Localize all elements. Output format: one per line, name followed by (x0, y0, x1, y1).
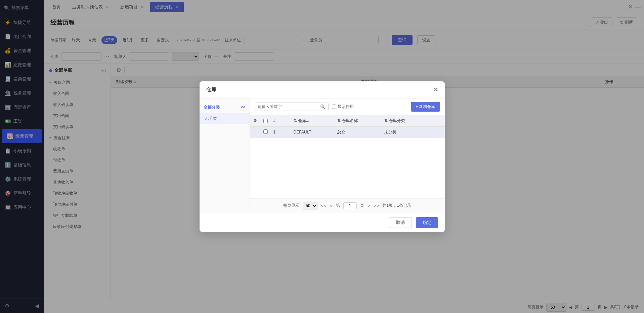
th-warehouse-category: ⇅ 仓库分类 (384, 118, 441, 124)
modal-search-icon: 🔍 (320, 104, 326, 109)
row-checkbox[interactable] (263, 129, 273, 135)
row-warehouse-category: 未分类 (384, 129, 441, 135)
modal-sidebar-header: 全部分类 << (200, 102, 250, 113)
next-page-btn[interactable]: > (368, 203, 370, 208)
all-category-label[interactable]: 全部分类 (204, 105, 220, 110)
page-suffix: 页 (360, 203, 364, 208)
show-disabled-label: 显示停用 (332, 104, 354, 110)
col-label: 仓库... (298, 118, 309, 124)
modal-toolbar: 🔍 显示停用 + 新增仓库 (250, 99, 445, 115)
sort-icon: ⇅ (384, 118, 388, 123)
th-row-number: # (273, 118, 294, 123)
warehouse-modal: 仓库 ✕ 全部分类 << 未分类 🔍 (200, 81, 445, 232)
modal-table: ⚙ # ⇅ 仓库... ⇅ 仓库名称 (250, 115, 445, 198)
modal-body: 全部分类 << 未分类 🔍 显示停用 (200, 99, 445, 213)
sort-icon: ⇅ (337, 118, 341, 123)
modal-main: 🔍 显示停用 + 新增仓库 ⚙ (250, 99, 445, 213)
th-warehouse-id: ⇅ 仓库... (294, 118, 337, 124)
modal-category-uncategorized[interactable]: 未分类 (200, 113, 250, 124)
modal-select-all-checkbox[interactable] (263, 119, 268, 123)
row-warehouse-name: 总仓 (337, 129, 384, 135)
modal-table-header: ⚙ # ⇅ 仓库... ⇅ 仓库名称 (250, 115, 445, 127)
modal-close-button[interactable]: ✕ (433, 86, 438, 93)
col-label: 仓库分类 (389, 118, 405, 124)
col-label: 仓库名称 (342, 118, 358, 124)
sort-icon: ⇅ (294, 118, 297, 123)
modal-overlay: 仓库 ✕ 全部分类 << 未分类 🔍 (0, 0, 644, 313)
first-page-btn[interactable]: << (321, 203, 326, 208)
show-disabled-checkbox[interactable] (332, 105, 336, 109)
modal-search-input[interactable] (258, 104, 318, 109)
uncategorized-label: 未分类 (205, 116, 217, 121)
th-warehouse-name: ⇅ 仓库名称 (337, 118, 384, 124)
row-num: 1 (273, 130, 294, 134)
cancel-button[interactable]: 取消 (389, 217, 412, 228)
add-warehouse-button[interactable]: + 新增仓库 (411, 102, 440, 112)
config-col-icon[interactable]: ⚙ (253, 118, 257, 123)
add-btn-label: + 新增仓库 (416, 104, 435, 110)
prev-page-btn[interactable]: < (330, 203, 333, 208)
modal-sidebar: 全部分类 << 未分类 (200, 99, 250, 213)
row-warehouse-id: DEFAULT (294, 130, 337, 134)
modal-pagination: 每页显示 50 << < 第 页 > >> 共1页，1条记录 (250, 198, 445, 213)
modal-per-page-select[interactable]: 50 (303, 202, 317, 209)
per-page-label: 每页显示 (283, 203, 299, 208)
th-checkbox (263, 119, 273, 123)
total-records-label: 共1页，1条记录 (382, 203, 411, 208)
confirm-button[interactable]: 确定 (416, 217, 438, 228)
th-config: ⚙ (253, 118, 263, 123)
modal-page-input[interactable] (343, 202, 357, 209)
show-disabled-text: 显示停用 (338, 104, 354, 110)
modal-search-box[interactable]: 🔍 (255, 103, 329, 111)
row-select-checkbox[interactable] (263, 129, 268, 134)
sidebar-collapse-icon[interactable]: << (241, 105, 245, 110)
modal-actions: 取消 确定 (200, 213, 445, 232)
last-page-btn[interactable]: >> (374, 203, 379, 208)
modal-header: 仓库 ✕ (200, 81, 445, 99)
page-label: 第 (336, 203, 340, 208)
modal-title: 仓库 (206, 86, 216, 93)
table-row[interactable]: 1 DEFAULT 总仓 未分类 (250, 127, 445, 138)
